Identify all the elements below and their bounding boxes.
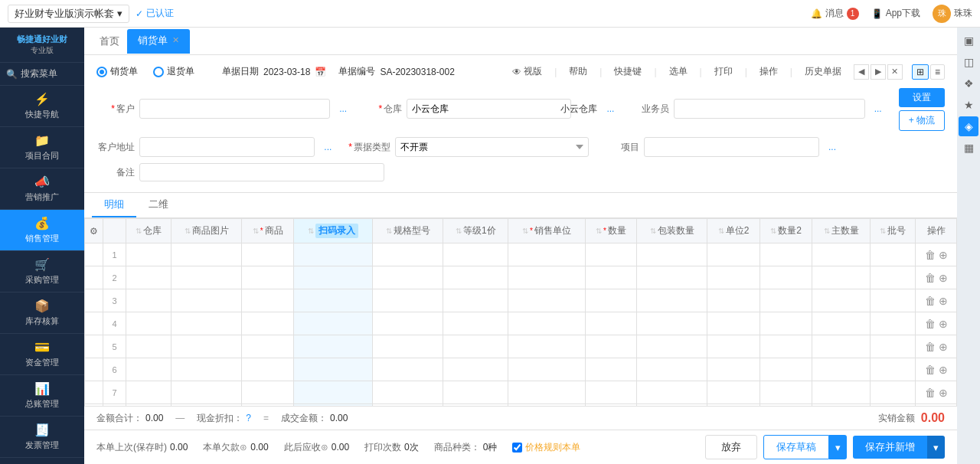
price-notice-checkbox[interactable]	[512, 443, 522, 453]
sales-unit-col-header[interactable]: ⇅ * 销售单位	[508, 219, 585, 243]
right-panel-icon-3[interactable]: ❖	[959, 74, 978, 93]
row1-spec[interactable]	[373, 243, 443, 266]
row7-delete-btn[interactable]: 🗑	[925, 387, 936, 399]
row1-batch-import[interactable]	[293, 243, 372, 266]
app-download-button[interactable]: 📱 App下载	[871, 7, 920, 20]
invoice-type-select[interactable]: 不开票	[395, 137, 589, 157]
sidebar-item-tax[interactable]: 🏛 税务管理	[0, 458, 84, 464]
row7-copy-btn[interactable]: ⊕	[939, 387, 948, 399]
main-qty-col-header[interactable]: ⇅ 主数量	[812, 219, 871, 243]
row1-product[interactable]	[242, 243, 293, 266]
address-expand-btn[interactable]: ...	[319, 140, 336, 154]
project-expand-btn[interactable]: ...	[824, 140, 841, 154]
row3-copy-btn[interactable]: ⊕	[939, 295, 948, 307]
add-logistics-button[interactable]: + 物流	[899, 110, 945, 131]
batch-import-col-header[interactable]: ⇅ 扫码录入	[293, 219, 372, 243]
save-draft-arrow-button[interactable]: ▾	[829, 435, 847, 459]
spec-col-header[interactable]: ⇅ 规格型号	[373, 219, 443, 243]
product-col-header[interactable]: ⇅ * 商品	[242, 219, 293, 243]
sidebar-item-inventory[interactable]: 📦 库存核算	[0, 292, 84, 334]
row2-delete-btn[interactable]: 🗑	[925, 272, 936, 284]
row1-warehouse[interactable]	[126, 243, 172, 266]
save-draft-button[interactable]: 保存草稿	[763, 435, 829, 459]
sidebar-item-search[interactable]: 🔍 搜索菜单	[0, 63, 84, 86]
toolbar-select[interactable]: 选单	[663, 63, 694, 80]
pack-qty-col-header[interactable]: ⇅ 包装数量	[637, 219, 707, 243]
sidebar-item-purchase[interactable]: 🛒 采购管理	[0, 251, 84, 292]
row6-delete-btn[interactable]: 🗑	[925, 364, 936, 376]
tab-2d[interactable]: 二维	[136, 193, 181, 217]
notifications-button[interactable]: 🔔 消息 1	[811, 7, 859, 20]
abandon-button[interactable]: 放弃	[705, 435, 757, 459]
tab-sales-order[interactable]: 销货单 ✕	[127, 29, 190, 54]
view-list-icon[interactable]: ≡	[930, 64, 945, 80]
address-input[interactable]	[139, 137, 315, 157]
close-form-icon[interactable]: ✕	[887, 64, 903, 80]
price-notice-check[interactable]: 价格规则本单	[512, 441, 580, 454]
calendar-icon[interactable]: 📅	[315, 67, 326, 77]
next-arrow[interactable]: ▶	[871, 64, 886, 80]
quantity-col-header[interactable]: ⇅ * 数量	[585, 219, 636, 243]
toolbar-print[interactable]: 打印	[708, 63, 739, 80]
warehouse-expand-btn[interactable]: ...	[602, 102, 619, 116]
toolbar-help[interactable]: 帮助	[563, 63, 593, 80]
sidebar-item-sales[interactable]: 💰 销售管理	[0, 210, 84, 251]
row1-delete-btn[interactable]: 🗑	[925, 249, 936, 261]
row1-sales-unit[interactable]	[508, 243, 585, 266]
right-panel-icon-1[interactable]: ▣	[959, 31, 978, 51]
row5-delete-btn[interactable]: 🗑	[925, 341, 936, 353]
settings-col-header[interactable]: ⚙	[85, 219, 103, 243]
prev-arrow[interactable]: ◀	[854, 64, 869, 80]
project-input[interactable]	[644, 137, 819, 157]
right-panel-icon-5[interactable]: ◈	[959, 116, 978, 136]
row1-unit[interactable]	[443, 243, 508, 266]
user-profile[interactable]: 珠 珠珠	[933, 5, 972, 23]
row1-qty2[interactable]	[760, 243, 812, 266]
customer-input[interactable]	[139, 99, 330, 119]
note-input[interactable]	[139, 163, 384, 181]
tab-detail[interactable]: 明细	[92, 193, 136, 217]
company-selector[interactable]: 好业财专业版演示帐套 ▾	[8, 5, 129, 23]
discount-help-icon[interactable]: ?	[246, 413, 251, 423]
sidebar-item-project[interactable]: 📁 项目合同	[0, 127, 84, 168]
qty2-col-header[interactable]: ⇅ 数量2	[760, 219, 812, 243]
row1-main-qty[interactable]	[812, 243, 871, 266]
row1-copy-btn[interactable]: ⊕	[939, 249, 948, 261]
row4-copy-btn[interactable]: ⊕	[939, 318, 948, 330]
right-panel-icon-6[interactable]: ▦	[959, 138, 978, 158]
warehouse-col-header[interactable]: ⇅ 仓库	[126, 219, 172, 243]
sidebar-item-accounting[interactable]: 📊 总账管理	[0, 375, 84, 417]
row2-copy-btn[interactable]: ⊕	[939, 272, 948, 284]
row1-product-img[interactable]	[172, 243, 242, 266]
product-img-col-header[interactable]: ⇅ 商品图片	[172, 219, 242, 243]
salesperson-input[interactable]	[674, 99, 864, 119]
tab-home[interactable]: 首页	[92, 30, 127, 53]
radio-sales-label[interactable]: 销货单	[96, 65, 138, 78]
unit-col-header[interactable]: ⇅ 等级1价	[443, 219, 508, 243]
customer-expand-btn[interactable]: ...	[335, 102, 351, 116]
salesperson-expand-btn[interactable]: ...	[870, 102, 887, 116]
row1-unit2[interactable]	[707, 243, 760, 266]
unit2-col-header[interactable]: ⇅ 单位2	[707, 219, 760, 243]
save-new-button[interactable]: 保存并新增	[853, 436, 927, 459]
warehouse-input[interactable]	[407, 99, 571, 119]
sidebar-item-marketing[interactable]: 📣 营销推广	[0, 168, 84, 210]
toolbar-shortcut[interactable]: 快捷键	[608, 63, 648, 80]
setup-button[interactable]: 设置	[899, 88, 945, 107]
row5-copy-btn[interactable]: ⊕	[939, 341, 948, 353]
row6-copy-btn[interactable]: ⊕	[939, 364, 948, 376]
right-panel-icon-4[interactable]: ★	[959, 95, 978, 115]
batch-col-header[interactable]: ⇅ 批号	[870, 219, 915, 243]
tab-close-icon[interactable]: ✕	[172, 35, 179, 45]
toolbar-version[interactable]: 👁 视版	[506, 63, 548, 80]
view-grid-icon[interactable]: ⊞	[912, 64, 929, 80]
row4-delete-btn[interactable]: 🗑	[925, 318, 936, 330]
sidebar-item-invoice[interactable]: 🧾 发票管理	[0, 417, 84, 458]
row3-delete-btn[interactable]: 🗑	[925, 295, 936, 307]
row1-batch[interactable]	[870, 243, 915, 266]
toolbar-history[interactable]: 历史单据	[799, 63, 848, 80]
save-new-arrow-button[interactable]: ▾	[927, 436, 945, 459]
right-panel-icon-2[interactable]: ◫	[959, 52, 978, 72]
row1-quantity[interactable]	[585, 243, 636, 266]
toolbar-action[interactable]: 操作	[753, 63, 784, 80]
